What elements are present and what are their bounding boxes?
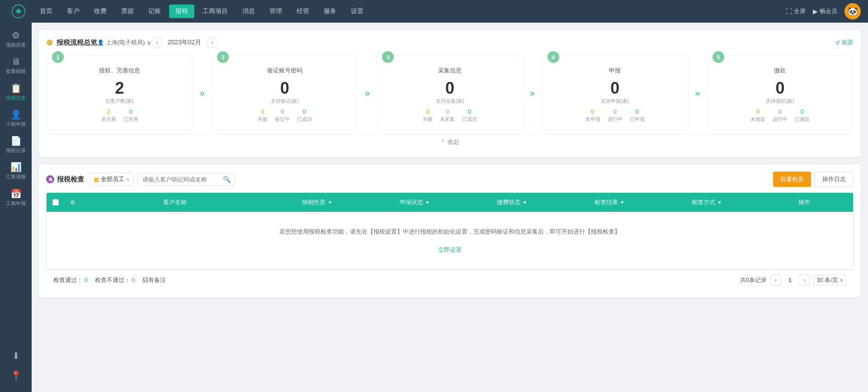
nav-item-settings[interactable]: 设置 xyxy=(344,5,370,18)
step-3-stats: 0 失败 0 未采集 0 已成功 xyxy=(384,108,515,123)
sidebar-location[interactable]: 📍 xyxy=(0,367,32,385)
sidebar-item-tax-overview[interactable]: 📋 报税总览 xyxy=(0,79,32,105)
th-settings[interactable]: ⚙ xyxy=(65,194,81,211)
step-4-stat-pending: 0 进行中 xyxy=(608,108,623,123)
nav-item-service[interactable]: 服务 xyxy=(317,5,343,18)
fullscreen-label: 全屏 xyxy=(794,7,806,15)
step-2-pending-num: 0 xyxy=(281,108,284,115)
step-collect: 3 采集信息 0 支持采集(家) 0 失败 0 未采集 xyxy=(376,55,523,130)
th-checkbox[interactable] xyxy=(47,194,65,211)
step-2-success-label: 已成功 xyxy=(297,116,312,123)
location-text: 上海(电子税局) xyxy=(106,38,145,47)
th-pay-status[interactable]: 缴费状态 ▼ xyxy=(463,193,561,212)
th-check-method[interactable]: 检查方式 ▼ xyxy=(658,193,756,212)
step-5-number: 5 xyxy=(712,51,724,63)
refresh-icon: ↺ xyxy=(835,39,840,46)
select-all-checkbox[interactable] xyxy=(52,199,59,206)
sidebar-item-batch-tax[interactable]: 🖥 批量报税 xyxy=(0,53,32,79)
sidebar-label-personal-tax: 个税申报 xyxy=(6,121,26,127)
step-2-fail-num: 0 xyxy=(261,108,264,115)
sidebar-item-tax-settings[interactable]: ⚙ 报税设置 xyxy=(0,26,32,53)
sidebar-download[interactable]: ⬇ xyxy=(0,347,32,365)
next-month-btn[interactable]: › xyxy=(207,37,217,48)
nav-item-operation[interactable]: 经营 xyxy=(290,5,316,18)
sidebar-item-settlement[interactable]: 📊 汇算清缴 xyxy=(0,158,32,184)
step-4-undeclared-num: 0 xyxy=(591,108,594,115)
step-4-number: 4 xyxy=(547,51,559,63)
th-declare-status[interactable]: 申报状态 ▼ xyxy=(366,193,464,212)
nav-item-client[interactable]: 客户 xyxy=(61,5,86,18)
th-method-filter-icon: ▼ xyxy=(717,200,722,205)
step-5-stat-unpaid: 0 未缴款 xyxy=(750,108,765,123)
step-pay: 5 缴款 0 支持缴款(家) 0 未缴款 0 进行中 xyxy=(707,55,854,130)
top-nav-right: ⛶ 全屏 ▶ 畅会员 🐼 xyxy=(786,3,861,19)
step-5-pending-num: 0 xyxy=(778,108,782,115)
step-3-stat-fail: 0 失败 xyxy=(423,108,433,123)
sidebar-label-batch-tax: 批量报税 xyxy=(6,68,26,74)
step-5-unpaid-label: 未缴款 xyxy=(750,116,765,123)
step-3-number: 3 xyxy=(382,51,394,63)
member-btn[interactable]: ▶ 畅会员 xyxy=(813,7,837,15)
location-icon-small: 👤 xyxy=(97,39,104,46)
step-1-complete-label: 已完善 xyxy=(123,116,138,123)
check-pass-value[interactable]: 0 xyxy=(85,277,88,283)
nav-item-fee[interactable]: 收费 xyxy=(88,5,113,18)
nav-item-tax[interactable]: 报税 xyxy=(169,5,194,18)
mascot-avatar[interactable]: 🐼 xyxy=(844,3,861,19)
step-1-big-num: 2 xyxy=(54,78,185,98)
step-3-sub-label: 支持采集(家) xyxy=(384,98,515,105)
nav-item-home[interactable]: 首页 xyxy=(33,5,59,18)
prev-month-btn[interactable]: ‹ xyxy=(151,37,162,48)
refresh-btn[interactable]: ↺ 刷新 xyxy=(835,38,854,47)
step-2-stat-fail: 0 失败 xyxy=(258,108,268,123)
prev-page-btn[interactable]: ‹ xyxy=(770,275,781,286)
check-fail-label: 检查不通过： 0 xyxy=(95,276,135,284)
sidebar-item-tax-record[interactable]: 📄 报税记录 xyxy=(0,132,32,158)
check-fail-value[interactable]: 0 xyxy=(132,277,135,283)
step-1-incomplete-label: 未完善 xyxy=(101,116,116,123)
th-operation: 操作 xyxy=(756,193,854,212)
collapse-btn[interactable]: ⌃ 收起 xyxy=(46,134,854,150)
step-2-big-num: 0 xyxy=(219,78,350,98)
operation-log-btn[interactable]: 操作日志 xyxy=(815,172,854,187)
search-button[interactable]: 🔍 xyxy=(219,173,234,185)
sidebar-label-settlement: 汇算清缴 xyxy=(6,173,26,180)
step-5-unpaid-num: 0 xyxy=(756,108,760,115)
member-label: 畅会员 xyxy=(820,7,837,15)
nav-item-message[interactable]: 消息 xyxy=(236,5,261,18)
fullscreen-btn[interactable]: ⛶ 全屏 xyxy=(786,7,806,15)
nav-item-business[interactable]: 工商项目 xyxy=(196,5,234,18)
collapse-label: 收起 xyxy=(448,138,459,146)
sidebar-item-annual-report[interactable]: 📅 工商年报 xyxy=(0,185,32,211)
th-check-result[interactable]: 检查结果 ▼ xyxy=(561,193,659,212)
tax-check-card: ⊕ 报税检查 ▦ 全部员工 ∨ 🔍 批量检查 操作日志 xyxy=(39,164,861,297)
step-3-fail-num: 0 xyxy=(426,108,429,115)
tax-overview-icon: 📋 xyxy=(10,84,22,93)
location-tag[interactable]: 👤 上海(电子税局) ∨ xyxy=(97,38,151,47)
step-2-fail-label: 失败 xyxy=(258,116,268,123)
search-input[interactable] xyxy=(138,174,219,185)
staff-filter[interactable]: ▦ 全部员工 ∨ xyxy=(90,172,134,186)
step-5-paid-num: 0 xyxy=(801,108,804,115)
step-3-success-label: 已成功 xyxy=(462,116,477,123)
step-3-stat-pending: 0 未采集 xyxy=(440,108,455,123)
download-icon: ⬇ xyxy=(12,351,20,360)
staff-filter-icon: ▦ xyxy=(94,176,99,183)
step-4-declared-num: 0 xyxy=(636,108,639,115)
step-4-big-num: 0 xyxy=(549,78,681,98)
nav-item-management[interactable]: 管理 xyxy=(263,5,288,18)
sidebar-item-personal-tax[interactable]: 👤 个税申报 xyxy=(0,105,32,132)
step-3-pending-label: 未采集 xyxy=(440,116,455,123)
total-records: 共0条记录 xyxy=(740,276,767,284)
step-5-stats: 0 未缴款 0 进行中 0 已缴款 xyxy=(714,108,846,123)
setup-link[interactable]: 立即设置 xyxy=(438,244,462,255)
location-icon: 📍 xyxy=(10,371,22,380)
th-tax-nature[interactable]: 纳税性质 ▼ xyxy=(269,193,366,212)
nav-item-accounting[interactable]: 记账 xyxy=(142,5,167,18)
batch-check-btn[interactable]: 批量检查 xyxy=(773,172,811,187)
sidebar-label-tax-settings: 报税设置 xyxy=(6,42,26,48)
next-page-btn[interactable]: › xyxy=(799,275,810,286)
step-1-complete-num: 0 xyxy=(129,108,132,115)
per-page-select[interactable]: 30 条/页 ∨ xyxy=(813,275,846,286)
nav-item-invoice[interactable]: 票据 xyxy=(115,5,140,18)
